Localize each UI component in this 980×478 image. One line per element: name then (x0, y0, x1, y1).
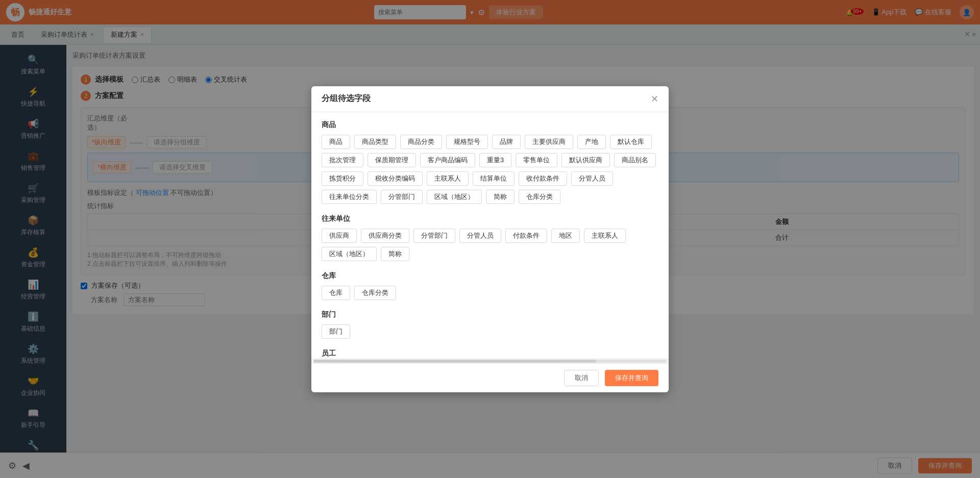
field-tag[interactable]: 主联系人 (427, 171, 469, 186)
section-partner: 往来单位 供应商 供应商分类 分管部门 分管人员 付款条件 地区 主联系人 区域… (322, 214, 658, 261)
section-goods-fields: 商品 商品类型 商品分类 规格型号 品牌 主要供应商 产地 默认仓库 批次管理 … (322, 135, 658, 204)
field-tag[interactable]: 仓库分类 (519, 190, 560, 204)
field-tag[interactable]: 简称 (486, 190, 514, 204)
field-tag[interactable]: 商品别名 (614, 153, 656, 167)
field-tag[interactable]: 批次管理 (322, 153, 363, 167)
confirm-button[interactable]: 保存并查询 (605, 370, 658, 386)
section-warehouse: 仓库 仓库 仓库分类 (322, 271, 658, 300)
field-tag[interactable]: 默认仓库 (610, 135, 652, 149)
field-tag[interactable]: 分管人员 (459, 229, 501, 243)
cancel-button[interactable]: 取消 (564, 370, 599, 386)
modal-header: 分组待选字段 ✕ (311, 86, 669, 112)
field-tag[interactable]: 区域（地区） (427, 190, 482, 204)
field-tag[interactable]: 往来单位分类 (322, 190, 377, 204)
field-tag[interactable]: 商品 (322, 135, 350, 149)
field-tag[interactable]: 简称 (381, 247, 409, 261)
field-tag[interactable]: 默认供应商 (561, 153, 610, 167)
field-tag[interactable]: 拣货积分 (322, 171, 363, 186)
field-tag[interactable]: 主联系人 (584, 229, 626, 243)
field-tag[interactable]: 主要供应商 (525, 135, 573, 149)
field-tag[interactable]: 付款条件 (505, 229, 547, 243)
field-tag[interactable]: 保质期管理 (368, 153, 416, 167)
field-tag[interactable]: 部门 (322, 324, 350, 339)
section-goods: 商品 商品 商品类型 商品分类 规格型号 品牌 主要供应商 产地 默认仓库 批次… (322, 120, 658, 204)
section-partner-fields: 供应商 供应商分类 分管部门 分管人员 付款条件 地区 主联系人 区域（地区） … (322, 229, 658, 261)
modal-body: 商品 商品 商品类型 商品分类 规格型号 品牌 主要供应商 产地 默认仓库 批次… (311, 112, 669, 359)
field-tag[interactable]: 品牌 (492, 135, 521, 149)
modal-close-button[interactable]: ✕ (651, 93, 658, 105)
field-tag[interactable]: 重量3 (479, 153, 511, 167)
field-tag[interactable]: 分管部门 (413, 229, 455, 243)
field-tag[interactable]: 地区 (551, 229, 580, 243)
field-tag[interactable]: 仓库 (322, 286, 350, 300)
field-tag[interactable]: 供应商 (322, 229, 357, 243)
field-tag[interactable]: 供应商分类 (361, 229, 409, 243)
field-tag[interactable]: 仓库分类 (354, 286, 396, 300)
section-goods-title: 商品 (322, 120, 658, 130)
field-tag[interactable]: 零售单位 (516, 153, 557, 167)
field-tag[interactable]: 分管部门 (381, 190, 423, 204)
section-employee-title: 员工 (322, 349, 658, 358)
field-tag[interactable]: 商品分类 (400, 135, 442, 149)
section-employee: 员工 业务员 (322, 349, 658, 359)
modal: 分组待选字段 ✕ 商品 商品 商品类型 商品分类 规格型号 品牌 主要供应商 产… (311, 86, 669, 392)
section-warehouse-title: 仓库 (322, 271, 658, 281)
field-tag[interactable]: 规格型号 (446, 135, 488, 149)
field-tag[interactable]: 客户商品编码 (420, 153, 475, 167)
section-warehouse-fields: 仓库 仓库分类 (322, 286, 658, 300)
section-dept: 部门 部门 (322, 310, 658, 339)
modal-title: 分组待选字段 (322, 93, 371, 104)
modal-horizontal-scroll (311, 359, 669, 363)
field-tag[interactable]: 产地 (577, 135, 606, 149)
field-tag[interactable]: 分管人员 (571, 171, 613, 186)
section-dept-title: 部门 (322, 310, 658, 319)
modal-footer: 取消 保存并查询 (311, 363, 669, 392)
field-tag[interactable]: 税收分类编码 (368, 171, 423, 186)
section-dept-fields: 部门 (322, 324, 658, 339)
section-partner-title: 往来单位 (322, 214, 658, 223)
modal-overlay: 分组待选字段 ✕ 商品 商品 商品类型 商品分类 规格型号 品牌 主要供应商 产… (0, 0, 980, 478)
field-tag[interactable]: 结算单位 (473, 171, 514, 186)
field-tag[interactable]: 商品类型 (354, 135, 396, 149)
field-tag[interactable]: 收付款条件 (519, 171, 567, 186)
field-tag[interactable]: 区域（地区） (322, 247, 377, 261)
